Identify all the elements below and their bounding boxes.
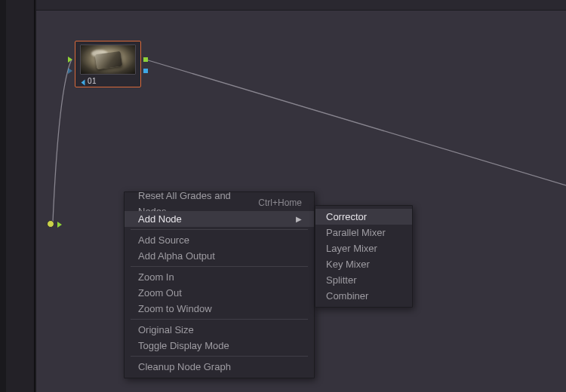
menu-item-label: Zoom Out [138, 285, 182, 301]
menu-item-label: Cleanup Node Graph [138, 359, 231, 375]
menu-item-label: Toggle Display Mode [138, 338, 229, 354]
add-node-submenu[interactable]: CorrectorParallel MixerLayer MixerKey Mi… [315, 205, 413, 308]
menu-item[interactable]: Add Alpha Output [125, 248, 314, 264]
submenu-item[interactable]: Combiner [315, 288, 412, 304]
menu-separator [131, 229, 308, 230]
context-menu[interactable]: Reset All Grades and NodesCtrl+HomeAdd N… [124, 191, 315, 378]
menu-separator [131, 356, 308, 357]
submenu-item-label: Parallel Mixer [326, 225, 386, 240]
key-output-port-icon[interactable] [143, 69, 148, 73]
menu-item-shortcut: Ctrl+Home [258, 195, 302, 211]
menu-separator [131, 319, 308, 320]
left-gutter [0, 0, 36, 392]
menu-item[interactable]: Toggle Display Mode [125, 338, 314, 354]
submenu-item[interactable]: Key Mixer [315, 256, 412, 272]
menu-item[interactable]: Original Size [125, 322, 314, 338]
menu-item[interactable]: Add Node▶ [125, 211, 314, 227]
node-number-indicator-icon [82, 80, 85, 86]
node-graph-canvas[interactable]: 01 Reset All Grades and NodesCtrl+HomeAd… [36, 11, 566, 392]
chevron-right-icon: ▶ [296, 211, 302, 227]
menu-item-label: Zoom In [138, 269, 174, 285]
menu-item[interactable]: Zoom In [125, 269, 314, 285]
menu-item[interactable]: Zoom to Window [125, 301, 314, 317]
menu-separator [131, 266, 308, 267]
graph-output-tri-icon [57, 222, 62, 228]
top-border [36, 0, 566, 11]
menu-item[interactable]: Reset All Grades and NodesCtrl+Home [125, 195, 314, 211]
menu-item[interactable]: Cleanup Node Graph [125, 359, 314, 375]
menu-item[interactable]: Zoom Out [125, 285, 314, 301]
svg-line-0 [146, 60, 566, 185]
rgb-input-port-icon[interactable] [68, 57, 72, 63]
submenu-item-label: Splitter [326, 272, 356, 288]
submenu-item[interactable]: Corrector [315, 209, 412, 225]
menu-item-label: Add Alpha Output [138, 248, 215, 264]
menu-item[interactable]: Add Source [125, 232, 314, 248]
menu-item-label: Zoom to Window [138, 301, 212, 317]
menu-item-label: Original Size [138, 322, 194, 338]
node-thumbnail [80, 44, 136, 75]
submenu-item-label: Layer Mixer [326, 240, 377, 256]
submenu-item[interactable]: Splitter [315, 272, 412, 288]
menu-item-label: Add Source [138, 232, 189, 248]
left-gutter-inner [6, 0, 35, 392]
graph-output-node-icon[interactable] [47, 220, 54, 228]
menu-item-label: Add Node [138, 211, 182, 227]
rgb-output-port-icon[interactable] [143, 57, 148, 62]
node-label: 01 [88, 77, 97, 85]
submenu-item-label: Corrector [326, 209, 367, 225]
thumbnail-image [81, 45, 135, 74]
submenu-item-label: Key Mixer [326, 256, 370, 272]
submenu-item[interactable]: Parallel Mixer [315, 225, 412, 240]
node-01[interactable]: 01 [75, 41, 141, 87]
submenu-item[interactable]: Layer Mixer [315, 240, 412, 256]
key-input-port-icon[interactable] [68, 68, 72, 74]
submenu-item-label: Combiner [326, 288, 368, 304]
